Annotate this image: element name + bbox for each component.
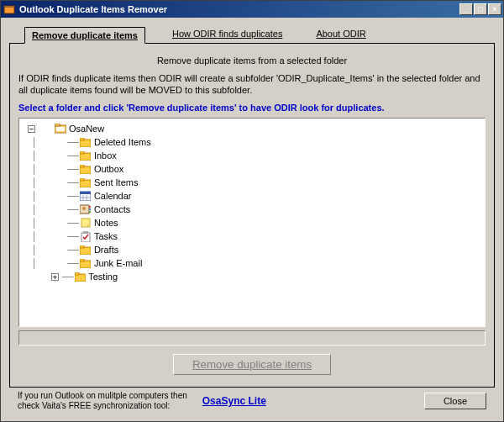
tree-item-label: Testing <box>88 272 118 282</box>
tree-item-label: Outbox <box>94 164 123 174</box>
status-bar <box>18 330 486 346</box>
svg-rect-4 <box>56 127 65 131</box>
tree-root[interactable]: −OsaNew <box>21 122 483 135</box>
tree-branch-icon: ── <box>68 258 79 269</box>
tree-item[interactable]: │ ──Inbox <box>21 149 483 162</box>
svg-rect-10 <box>80 165 84 167</box>
footer-line1: If you run Outlook on mulitple computers… <box>18 391 187 401</box>
app-icon <box>3 3 16 16</box>
tree-connector: │ <box>31 177 37 188</box>
tree-branch-icon: ── <box>62 272 73 282</box>
tree-branch-icon: ── <box>68 137 79 148</box>
tab-strip: Remove duplicate items How ODIR finds du… <box>9 23 495 43</box>
tree-item[interactable]: │ ──Sent Items <box>21 176 483 189</box>
tree-item-label: Deleted Items <box>94 137 151 147</box>
tree-branch-icon: ── <box>68 218 79 229</box>
tree-connector: │ <box>31 137 37 148</box>
svg-rect-3 <box>55 124 60 126</box>
svg-rect-21 <box>89 208 91 210</box>
svg-rect-6 <box>80 138 84 140</box>
svg-rect-25 <box>83 231 88 234</box>
tree-item-label: Sent Items <box>94 177 139 187</box>
svg-rect-31 <box>75 272 79 275</box>
tree-branch-icon: ── <box>68 245 79 256</box>
tree-connector: │ <box>31 218 37 229</box>
tree-connector: │ <box>31 150 37 161</box>
tree-item[interactable]: │ ──Notes <box>21 216 483 229</box>
panel-subtitle: Remove duplicate items from a selected f… <box>18 50 486 72</box>
app-window: Outlook Duplicate Items Remover _ □ × Re… <box>0 0 504 422</box>
tree-item-label: Tasks <box>94 231 118 241</box>
tree-item[interactable]: +──Testing <box>21 270 483 283</box>
svg-rect-29 <box>80 259 84 261</box>
tree-item[interactable]: │ ──Calendar <box>21 189 483 203</box>
tree-item-label: Drafts <box>94 245 118 255</box>
window-controls: _ □ × <box>459 3 501 15</box>
tree-branch-icon: ── <box>68 164 79 175</box>
folder-icon <box>80 245 92 255</box>
folder-icon <box>74 272 86 282</box>
window-title: Outlook Duplicate Items Remover <box>19 4 459 14</box>
tree-connector: │ <box>31 231 37 242</box>
folder-open-icon <box>55 124 66 134</box>
remove-duplicates-button[interactable]: Remove duplicate items <box>173 354 331 375</box>
minimize-button[interactable]: _ <box>459 3 473 15</box>
tree-item[interactable]: │ ──Deleted Items <box>21 135 483 149</box>
svg-rect-14 <box>80 192 91 194</box>
tree-connector: │ <box>31 164 37 175</box>
tree-connector: │ <box>31 258 37 269</box>
main-panel: Remove duplicate items from a selected f… <box>9 43 495 388</box>
tree-connector: │ <box>31 245 37 256</box>
svg-rect-1 <box>4 6 14 8</box>
tree-item-label: Inbox <box>94 150 117 161</box>
folder-tree[interactable]: −OsaNew│ ──Deleted Items│ ──Inbox│ ──Out… <box>18 118 486 327</box>
svg-rect-12 <box>80 178 84 181</box>
tasks-icon <box>80 231 92 242</box>
close-window-button[interactable]: × <box>488 3 501 15</box>
folder-icon <box>80 259 92 268</box>
tree-item[interactable]: │ ──Outbox <box>21 162 483 176</box>
tree-item[interactable]: │ ──Drafts <box>21 243 483 256</box>
panel-description: If ODIR finds duplicate items then ODIR … <box>18 72 486 103</box>
tree-branch-icon: ── <box>68 204 79 215</box>
client-area: Remove duplicate items How ODIR finds du… <box>1 18 503 421</box>
osasync-link[interactable]: OsaSync Lite <box>202 395 266 407</box>
svg-rect-27 <box>80 245 84 248</box>
collapse-icon[interactable]: − <box>28 125 35 133</box>
tree-connector: │ <box>31 191 37 202</box>
tree-branch-icon: ── <box>68 177 79 188</box>
folder-icon <box>80 165 92 174</box>
tree-root-label: OsaNew <box>69 124 104 134</box>
footer: If you run Outlook on mulitple computers… <box>9 388 495 416</box>
tree-item[interactable]: │ ──Junk E-mail <box>21 256 483 270</box>
tree-item-label: Calendar <box>94 191 132 201</box>
footer-message: If you run Outlook on mulitple computers… <box>18 391 187 411</box>
tree-item-label: Notes <box>94 218 118 228</box>
tree-branch-icon: ── <box>68 231 79 242</box>
svg-point-19 <box>82 207 86 210</box>
tree-item-label: Junk E-mail <box>94 258 142 268</box>
tab-remove-duplicates[interactable]: Remove duplicate items <box>24 27 145 44</box>
tree-item[interactable]: │ ──Contacts <box>21 203 483 216</box>
tree-branch-icon: ── <box>68 191 79 202</box>
instruction-text: Select a folder and click 'Remove duplic… <box>18 103 486 118</box>
svg-rect-20 <box>89 206 91 208</box>
folder-icon <box>80 138 92 147</box>
tree-item[interactable]: │ ──Tasks <box>21 229 483 243</box>
tree-item-label: Contacts <box>94 204 130 214</box>
calendar-icon <box>80 191 92 201</box>
contacts-icon <box>80 204 92 214</box>
svg-rect-8 <box>80 151 84 154</box>
title-bar: Outlook Duplicate Items Remover _ □ × <box>1 1 503 18</box>
action-row: Remove duplicate items <box>18 346 486 380</box>
maximize-button[interactable]: □ <box>474 3 487 15</box>
close-button[interactable]: Close <box>424 393 486 409</box>
tree-connector: │ <box>31 204 37 215</box>
expand-icon[interactable]: + <box>51 273 59 281</box>
tab-about-odir[interactable]: About ODIR <box>309 26 372 43</box>
tab-how-odir-finds[interactable]: How ODIR finds duplicates <box>165 26 289 43</box>
notes-icon <box>80 218 92 228</box>
folder-icon <box>80 178 92 187</box>
svg-rect-22 <box>89 211 91 213</box>
tree-branch-icon: ── <box>68 150 79 161</box>
